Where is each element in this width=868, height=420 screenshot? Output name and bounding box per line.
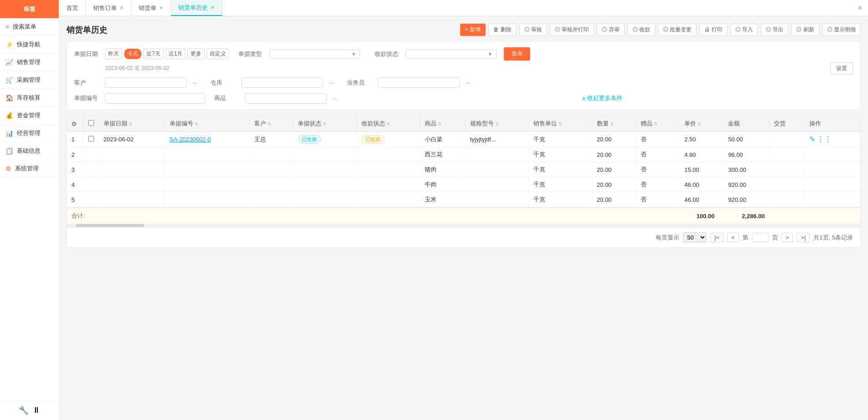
th-price[interactable]: 单价⇅: [680, 116, 723, 132]
goods-ellipsis[interactable]: ···: [331, 94, 339, 103]
show-detail-button[interactable]: ◎ 显示明细: [822, 24, 861, 36]
import-button[interactable]: ◎ 导入: [730, 24, 758, 36]
salesperson-ellipsis[interactable]: ···: [463, 78, 472, 87]
doc-no-input[interactable]: [105, 93, 205, 104]
batch-change-button[interactable]: ◎ 批量变更: [658, 24, 697, 36]
cell-checkbox: [83, 192, 99, 207]
warehouse-input[interactable]: [241, 77, 323, 88]
sort-icon: ⇅: [438, 121, 442, 126]
cell-trade: [769, 177, 805, 192]
page-number-input[interactable]: 1: [752, 233, 768, 242]
tab-sales-history-close[interactable]: ✕: [211, 5, 215, 10]
date-btn-more[interactable]: 更多: [187, 49, 205, 59]
tab-close-all[interactable]: ✕: [852, 5, 868, 11]
edit-action[interactable]: ✎: [809, 135, 815, 143]
last-page-button[interactable]: >|: [797, 233, 810, 242]
sidebar-item-system[interactable]: ⚙ 系统管理: [0, 160, 59, 178]
collect-button[interactable]: ◎ 收款: [627, 24, 655, 36]
goods-input[interactable]: [245, 93, 327, 104]
cell-trade: [769, 192, 805, 207]
sort-icon: ⇅: [495, 121, 499, 126]
sidebar-item-search-menu[interactable]: ≡ 搜索菜单: [0, 18, 59, 36]
date-btn-today[interactable]: 今天: [124, 49, 141, 59]
salesperson-input[interactable]: [378, 77, 460, 88]
settings-icon[interactable]: 🔧: [19, 405, 29, 415]
table-row: 1 2023-06-02 SA-20230602-0 王总 已生效 已收款 小白…: [67, 132, 860, 147]
tab-sales-goods-close[interactable]: ✕: [159, 5, 163, 11]
th-qty[interactable]: 数量⇅: [592, 116, 636, 132]
collapse-button[interactable]: ∧ 收起更多条件: [580, 92, 624, 104]
select-all-checkbox[interactable]: [88, 120, 94, 126]
cell-gift: 否: [636, 162, 679, 177]
operations-icon: 📊: [5, 130, 13, 137]
customer-input[interactable]: [105, 77, 187, 88]
sidebar-item-label: 搜索菜单: [13, 23, 36, 31]
cell-price: 4.80: [680, 147, 723, 162]
delete-button[interactable]: 🗑 删除: [488, 24, 516, 36]
warehouse-ellipsis[interactable]: ···: [327, 78, 336, 87]
date-buttons: 昨天 今天 近7天 近1月 更多 自定义: [105, 49, 229, 59]
prev-page-button[interactable]: <: [727, 233, 739, 242]
sidebar-item-finance[interactable]: 💰 资金管理: [0, 107, 59, 125]
more-action[interactable]: ⋮⋮: [817, 135, 832, 143]
cell-customer: 王总: [249, 132, 293, 147]
filter-group-customer: 客户 ···: [74, 77, 201, 88]
th-gift[interactable]: 赠品⇅: [636, 116, 679, 132]
approve-print-button[interactable]: ◎ 审核并打印: [550, 24, 594, 36]
sort-icon: ⇅: [654, 121, 657, 126]
cell-date: [99, 177, 165, 192]
sidebar-item-label: 经营管理: [17, 129, 40, 137]
cell-amount: 50.00: [723, 132, 769, 147]
tab-sales-goods[interactable]: 销货单 ✕: [131, 0, 171, 16]
th-customer[interactable]: 客户⇅: [249, 116, 293, 132]
tab-sales-order-close[interactable]: ✕: [120, 5, 124, 11]
sidebar-item-quick-nav[interactable]: ⚡ 快捷导航: [0, 36, 59, 54]
first-page-button[interactable]: |<: [710, 233, 723, 242]
print-button[interactable]: 🖨 打印: [699, 24, 727, 36]
tab-sales-history[interactable]: 销货单历史 ✕: [171, 0, 222, 16]
cell-goods: 牛肉: [420, 177, 466, 192]
th-settings[interactable]: ⚙: [67, 116, 83, 132]
date-btn-yesterday[interactable]: 昨天: [105, 49, 122, 59]
new-button[interactable]: + 新增: [460, 24, 486, 36]
cell-qty: 20.00: [592, 177, 636, 192]
sidebar-item-sales[interactable]: 📈 销售管理: [0, 54, 59, 71]
doc-no-link[interactable]: SA-20230602-0: [170, 136, 211, 143]
refresh-button[interactable]: ◎ 刷新: [791, 24, 819, 36]
abandon-button[interactable]: ◎ 弃审: [597, 24, 624, 36]
query-button[interactable]: 查询: [504, 47, 530, 60]
row-checkbox[interactable]: [88, 136, 94, 142]
next-page-button[interactable]: >: [782, 233, 793, 242]
filter-group-date: 单据日期 昨天 今天 近7天 近1月 更多 自定义: [74, 49, 229, 59]
date-btn-7days[interactable]: 近7天: [143, 49, 164, 59]
filter-row-2: 客户 ··· 仓库 ··· 业务员 ···: [74, 77, 853, 88]
doc-type-select[interactable]: ▼: [269, 50, 360, 59]
tab-home[interactable]: 首页: [59, 0, 86, 16]
pause-icon[interactable]: ⏸: [32, 405, 40, 415]
th-goods[interactable]: 商品⇅: [420, 116, 466, 132]
sidebar-item-operations[interactable]: 📊 经营管理: [0, 125, 59, 142]
th-spec[interactable]: 规格型号⇅: [465, 116, 528, 132]
export-button[interactable]: ◎ 导出: [761, 24, 788, 36]
approve-button[interactable]: ◎ 审核: [519, 24, 547, 36]
sidebar-item-purchase[interactable]: 🛒 采购管理: [0, 71, 59, 89]
date-btn-custom[interactable]: 自定义: [206, 49, 229, 59]
th-unit[interactable]: 销售单位⇅: [529, 116, 592, 132]
filter-group-collect-status: 收款状态 ▼ 查询: [375, 47, 530, 60]
cell-qty: 20.00: [592, 132, 636, 147]
tab-sales-order[interactable]: 销售订单 ✕: [86, 0, 131, 16]
date-btn-1month[interactable]: 近1月: [166, 49, 186, 59]
collect-status-select[interactable]: ▼: [406, 50, 497, 59]
customer-ellipsis[interactable]: ···: [191, 78, 199, 87]
settings-button[interactable]: 设置: [830, 62, 853, 75]
per-page-select[interactable]: 50 100 200: [683, 232, 707, 243]
th-collect-status[interactable]: 收款状态⇅: [356, 116, 420, 132]
th-doc-status[interactable]: 单据状态⇅: [293, 116, 356, 132]
cell-amount: 300.00: [723, 162, 769, 177]
horizontal-scrollbar[interactable]: [76, 224, 144, 227]
sidebar-item-basic-info[interactable]: 📋 基础信息: [0, 142, 59, 160]
th-date[interactable]: 单据日期⇅: [99, 116, 165, 132]
sidebar-item-inventory[interactable]: 🏠 库存核算: [0, 89, 59, 107]
inventory-icon: 🏠: [5, 94, 13, 101]
th-doc-no[interactable]: 单据编号⇅: [165, 116, 249, 132]
